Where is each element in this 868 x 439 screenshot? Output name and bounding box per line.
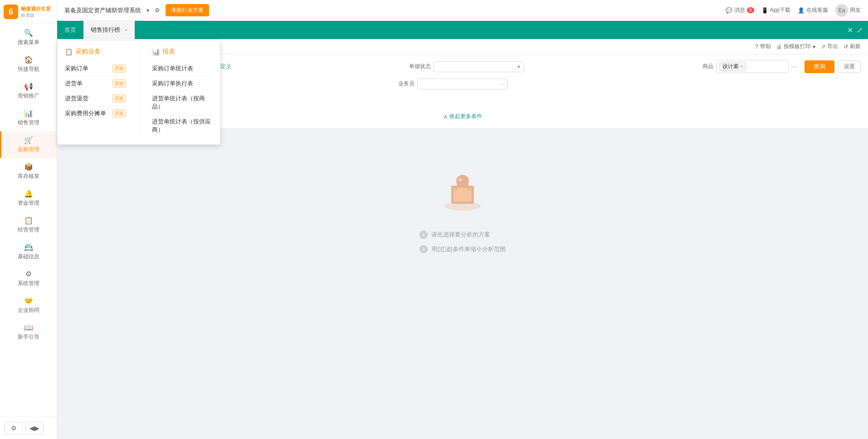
refresh-icon: ↺ <box>844 44 848 50</box>
username-label: 用友 <box>850 6 861 14</box>
refresh-btn[interactable]: ↺ 刷新 <box>844 43 861 50</box>
message-icon: 💬 <box>726 7 732 14</box>
export-btn[interactable]: ↗ 导出 <box>821 43 838 50</box>
svg-point-3 <box>456 175 469 187</box>
goods-more-btn[interactable]: ··· <box>791 63 797 71</box>
print-btn[interactable]: 🖨 按模板打印 ▾ <box>776 43 815 50</box>
collapse-btn[interactable]: ∧ 收起更多条件 <box>444 110 482 123</box>
goods-tag-label: 设计素 <box>722 63 739 70</box>
tab-right-actions: ✕ ⤢ <box>842 26 868 35</box>
sidebar-item-search[interactable]: 🔍 搜索菜单 <box>0 24 57 51</box>
goods-label: 商品 <box>702 63 713 70</box>
header-dropdown-icon[interactable]: ▾ <box>146 7 149 14</box>
logo-icon: 6 <box>4 5 18 19</box>
marketing-icon: 📢 <box>24 82 33 91</box>
sidebar-collapse-btn[interactable]: ◀▶ <box>25 422 44 434</box>
sidebar-bottom: ⚙ ◀▶ <box>0 417 57 439</box>
tab-close-btn[interactable]: ✕ <box>847 26 853 35</box>
goods-tag-close[interactable]: × <box>741 64 743 69</box>
system-title: 装备及固定资产辅助管理系统 <box>64 6 141 15</box>
tip-item-1: ① 请先选择要分析的方案 <box>419 229 505 241</box>
phone-icon: 📱 <box>761 7 768 14</box>
help-label: 帮助 <box>760 43 771 50</box>
purchase-expense-label: 采购费用分摊单 <box>65 109 106 118</box>
receipt-goods-label: 进货单统计表（按商品） <box>152 94 213 111</box>
logo-text: 畅捷通好生意 标准版 <box>21 5 51 19</box>
dropdown-item-purchase-expense[interactable]: 采购费用分摊单 历史 <box>65 106 126 121</box>
tab-home[interactable]: 首页 <box>57 21 83 39</box>
tab-sales-ranking[interactable]: 销售排行榜 × <box>83 21 135 39</box>
sales-icon: 📊 <box>24 109 33 118</box>
dropdown-item-po-stats[interactable]: 采购订单统计表 <box>152 61 213 76</box>
home-icon: 🏠 <box>24 55 33 64</box>
tab-sales-ranking-label: 销售排行榜 <box>91 26 120 34</box>
basic-info-icon: 📇 <box>24 243 33 252</box>
po-exec-label: 采购订单执行表 <box>152 79 193 88</box>
online-service-label: 在线客服 <box>806 6 828 14</box>
tip-text-1: 请先选择要分析的方案 <box>431 229 490 241</box>
dropdown-item-purchase-order[interactable]: 采购订单 历史 <box>65 61 126 76</box>
sidebar-item-quick-nav[interactable]: 🏠 快捷导航 <box>0 51 57 78</box>
dropdown-item-goods-receipt[interactable]: 进货单 历史 <box>65 76 126 91</box>
sidebar-item-purchase[interactable]: 🛒 采购管理 <box>0 131 57 158</box>
empty-illustration <box>435 165 490 220</box>
inventory-icon: 📦 <box>24 163 33 171</box>
print-icon: 🖨 <box>776 44 782 50</box>
sidebar-item-enterprise[interactable]: 🤝 企业协同 <box>0 292 57 319</box>
sidebar-item-sales[interactable]: 📊 销售管理 <box>0 104 57 131</box>
export-label: 导出 <box>827 43 838 50</box>
user-avatar: Ea <box>835 4 848 17</box>
sidebar-item-marketing[interactable]: 📢 营销推广 <box>0 78 57 104</box>
tip-text-2: 用[过滤]条件来缩小分析范围 <box>431 243 505 255</box>
doc-status-dropdown-icon: ▾ <box>517 64 520 70</box>
industry-btn[interactable]: 体验行业方案 <box>166 4 209 16</box>
enterprise-icon: 🤝 <box>24 296 33 305</box>
empty-state: ① 请先选择要分析的方案 ② 用[过滤]条件来缩小分析范围 <box>57 129 868 291</box>
tab-expand-btn[interactable]: ⤢ <box>857 26 863 35</box>
report-icon: 📊 <box>152 48 160 55</box>
sidebar-item-basic-info[interactable]: 📇 基础信息 <box>0 238 57 265</box>
receipt-supplier-label: 进货单统计表（按供应商） <box>152 118 213 134</box>
query-button[interactable]: 查询 <box>805 60 834 73</box>
tab-close-icon[interactable]: × <box>125 27 127 33</box>
top-header: 装备及固定资产辅助管理系统 ▾ ⚙ 体验行业方案 💬 消息 9 📱 App下载 … <box>57 0 868 21</box>
sidebar-nav: 🔍 搜索菜单 🏠 快捷导航 📢 营销推广 📊 销售管理 🛒 采购管理 � <box>0 24 57 417</box>
sidebar-item-guide[interactable]: 📖 新手引导 <box>0 319 57 345</box>
sidebar-item-finance[interactable]: 🔔 资金管理 <box>0 185 57 212</box>
header-settings-icon[interactable]: ⚙ <box>155 7 160 14</box>
salesman-filter: 业务员 ··· <box>398 79 508 89</box>
tab-bar: 首页 销售排行榜 × ✕ ⤢ <box>57 21 868 39</box>
dropdown-item-po-exec[interactable]: 采购订单执行表 <box>152 76 213 91</box>
collapse-up-icon: ∧ <box>444 113 448 120</box>
help-btn[interactable]: ? 帮助 <box>755 43 771 50</box>
settings-button[interactable]: 设置 <box>838 60 861 73</box>
active-indicator <box>0 131 1 158</box>
purchase-order-label: 采购订单 <box>65 64 88 73</box>
app-download-label: App下载 <box>770 6 790 14</box>
history-badge-4: 历史 <box>112 109 126 118</box>
salesman-select[interactable]: ··· <box>417 79 508 89</box>
service-icon: 👤 <box>798 7 805 14</box>
salesman-more-icon: ··· <box>499 81 504 87</box>
tab-home-label: 首页 <box>64 26 76 34</box>
system-icon: ⚙ <box>25 270 32 278</box>
doc-status-select[interactable]: ▾ <box>434 61 524 72</box>
salesman-label: 业务员 <box>398 80 414 88</box>
help-icon: ? <box>755 43 758 50</box>
messages-item[interactable]: 💬 消息 9 <box>726 6 754 14</box>
dropdown-item-receipt-goods[interactable]: 进货单统计表（按商品） <box>152 91 213 114</box>
dropdown-item-goods-return[interactable]: 进货退货 历史 <box>65 91 126 106</box>
empty-tips: ① 请先选择要分析的方案 ② 用[过滤]条件来缩小分析范围 <box>419 229 505 255</box>
sidebar-item-system[interactable]: ⚙ 系统管理 <box>0 265 57 292</box>
goods-select[interactable]: 设计素 × <box>716 60 789 73</box>
query-actions: 查询 设置 <box>805 60 861 73</box>
sidebar-item-operation[interactable]: 📋 经营管理 <box>0 212 57 238</box>
user-item[interactable]: Ea 用友 <box>835 4 861 17</box>
dropdown-col2-title: 📊 报表 <box>152 48 213 56</box>
dropdown-item-receipt-supplier[interactable]: 进货单统计表（按供应商） <box>152 114 213 137</box>
sidebar-settings-btn[interactable]: ⚙ <box>5 422 23 434</box>
online-service-item[interactable]: 👤 在线客服 <box>798 6 828 14</box>
app-download-item[interactable]: 📱 App下载 <box>761 6 790 14</box>
sidebar-item-inventory[interactable]: 📦 库存核算 <box>0 158 57 185</box>
search-icon: 🔍 <box>24 29 33 37</box>
